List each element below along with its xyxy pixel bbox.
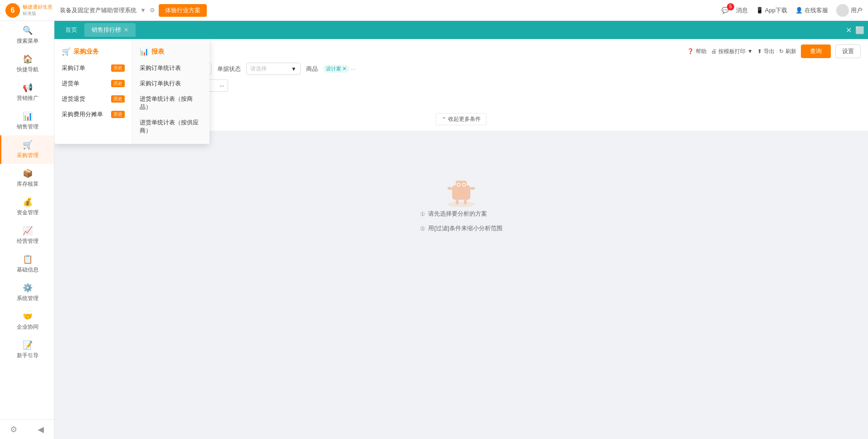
industry-btn[interactable]: 体验行业方案 — [159, 4, 207, 17]
sidebar-item-purchase[interactable]: 🛒 采购管理 — [0, 135, 54, 164]
dropdown-item-purchase-return[interactable]: 进货退货 历史 — [54, 91, 132, 107]
gear-icon[interactable]: ⚙ — [150, 7, 155, 14]
marketing-icon: 📢 — [23, 83, 33, 93]
sales-icon: 📊 — [23, 111, 33, 121]
dropdown-item-purchase-order[interactable]: 采购订单 历史 — [54, 60, 132, 76]
collapse-btn[interactable]: ⌃ 收起更多条件 — [436, 113, 487, 125]
collapse-sidebar-icon[interactable]: ◀ — [38, 424, 44, 434]
tab-home-label: 首页 — [65, 26, 77, 34]
help-btn[interactable]: ❓ 帮助 — [687, 48, 707, 55]
history-badge-2: 历史 — [111, 95, 125, 103]
ellipsis-icon[interactable]: ··· — [351, 65, 356, 72]
empty-num-2: ② — [420, 225, 425, 232]
header-right: 💬 5 消息 📱 App下载 👤 在线客服 用户 — [722, 4, 863, 17]
purchase-expense-label: 采购费用分摊单 — [62, 110, 103, 118]
empty-state: ① 请先选择要分析的方案 ② 用[过滤]条件来缩小分析范围 — [54, 131, 868, 271]
sidebar-item-basic-info[interactable]: 📋 基础信息 — [0, 250, 54, 278]
purchase-dropdown: 🛒 采购业务 采购订单 历史 进货单 历史 进货退货 历史 — [54, 39, 210, 144]
sidebar-item-enterprise[interactable]: 🤝 企业协同 — [0, 307, 54, 335]
window-close-icon[interactable]: ✕ — [846, 26, 852, 35]
purchase-goods-label: 进货单 — [62, 79, 79, 88]
tab-close-icon[interactable]: ✕ — [124, 27, 128, 33]
sidebar-item-label: 企业协同 — [17, 323, 39, 331]
empty-line-2: 用[过滤]条件来缩小分析范围 — [428, 222, 502, 234]
sidebar-item-system[interactable]: ⚙️ 系统管理 — [0, 278, 54, 307]
goods-field: 设计素 ✕ ··· — [323, 65, 356, 73]
purchase-icon: 🛒 — [23, 140, 33, 150]
chevron-down-icon[interactable]: ▼ — [140, 7, 146, 14]
message-badge: 5 — [727, 3, 734, 10]
refresh-label: 刷新 — [785, 48, 796, 55]
message-btn[interactable]: 💬 5 消息 — [722, 6, 748, 15]
template-print-btn[interactable]: 🖨 按模板打印 ▼ — [711, 48, 753, 55]
order-status-select[interactable]: 请选择 ▼ — [246, 63, 301, 75]
export-label: 导出 — [764, 48, 775, 55]
purchase-order-label: 采购订单 — [62, 64, 85, 72]
empty-num-1: ① — [420, 211, 425, 217]
refresh-btn[interactable]: ↻ 刷新 — [779, 48, 796, 55]
operations-icon: 📈 — [23, 226, 33, 236]
history-badge-1: 历史 — [111, 80, 125, 87]
logo-sub: 标准版 — [23, 10, 53, 17]
logo-area: 6 畅捷通好生意 标准版 — [5, 3, 60, 18]
sidebar-item-inventory[interactable]: 📦 库存核算 — [0, 164, 54, 192]
purchase-section-title: 采购业务 — [73, 48, 99, 56]
dropdown-item-purchase-expense[interactable]: 采购费用分摊单 历史 — [54, 107, 132, 122]
header-title: 装备及固定资产辅助管理系统 ▼ ⚙ 体验行业方案 — [60, 4, 722, 17]
home-icon: 🏠 — [23, 54, 33, 64]
tab-sales-rank-label: 销售排行榜 — [92, 26, 121, 34]
online-service-btn[interactable]: 👤 在线客服 — [795, 6, 828, 15]
sidebar-item-label: 搜索菜单 — [17, 37, 39, 45]
top-header: 6 畅捷通好生意 标准版 装备及固定资产辅助管理系统 ▼ ⚙ 体验行业方案 💬 … — [0, 0, 868, 21]
report-header: 📊 报表 — [132, 44, 210, 60]
sidebar-item-label: 系统管理 — [17, 295, 39, 302]
dropdown-item-report-1[interactable]: 采购订单执行表 — [132, 76, 210, 91]
purchase-business-header: 🛒 采购业务 — [54, 44, 132, 60]
help-label: 帮助 — [696, 48, 707, 55]
sidebar-item-marketing[interactable]: 📢 营销推广 — [0, 78, 54, 107]
dropdown-item-report-0[interactable]: 采购订单统计表 — [132, 60, 210, 76]
svg-rect-7 — [448, 187, 452, 190]
enterprise-icon: 🤝 — [23, 311, 33, 321]
export-icon: ⬆ — [757, 48, 762, 54]
sidebar-item-operations[interactable]: 📈 经营管理 — [0, 221, 54, 250]
svg-rect-8 — [470, 187, 475, 190]
ellipsis-icon: ··· — [219, 83, 224, 89]
tab-bar: 首页 销售排行榜 ✕ ✕ ⬜ — [54, 21, 868, 39]
sidebar-item-beginner[interactable]: 📝 新手引导 — [0, 335, 54, 364]
sidebar-item-label: 库存核算 — [17, 180, 39, 188]
logo-text: 畅捷通好生意 — [23, 4, 53, 10]
sidebar-item-sales[interactable]: 📊 销售管理 — [0, 107, 54, 135]
app-download-label: App下载 — [765, 6, 787, 15]
dropdown-item-purchase-goods[interactable]: 进货单 历史 — [54, 76, 132, 91]
collapse-label: 收起更多条件 — [448, 115, 481, 123]
tab-home[interactable]: 首页 — [58, 23, 84, 37]
empty-line-1: 请先选择要分析的方案 — [428, 208, 487, 220]
finance-icon: 💰 — [23, 197, 33, 207]
sidebar-item-label: 资金管理 — [17, 209, 39, 217]
sidebar-item-quick-nav[interactable]: 🏠 快捷导航 — [0, 49, 54, 78]
goods-tag-close-icon[interactable]: ✕ — [342, 66, 346, 72]
chevron-down-icon: ▼ — [291, 66, 297, 72]
logo-icon: 6 — [5, 3, 20, 18]
setting-btn[interactable]: 设置 — [835, 44, 861, 58]
sidebar-item-finance[interactable]: 💰 资金管理 — [0, 192, 54, 221]
user-btn[interactable]: 用户 — [836, 4, 863, 17]
goods-label: 商品 — [306, 65, 318, 73]
purchase-return-label: 进货退货 — [62, 95, 85, 103]
maximize-icon[interactable]: ⬜ — [855, 26, 864, 35]
dropdown-item-report-3[interactable]: 进货单统计表（按供应商） — [132, 115, 210, 138]
sidebar-item-label: 采购管理 — [17, 152, 39, 159]
export-btn[interactable]: ⬆ 导出 — [757, 48, 775, 55]
report-item-2-label: 进货单统计表（按商品） — [140, 95, 203, 111]
app-download-btn[interactable]: 📱 App下载 — [756, 6, 787, 15]
phone-icon: 📱 — [756, 7, 763, 14]
query-btn[interactable]: 查询 — [801, 44, 831, 58]
tab-sales-rank[interactable]: 销售排行榜 ✕ — [84, 23, 136, 37]
dropdown-item-report-2[interactable]: 进货单统计表（按商品） — [132, 91, 210, 115]
svg-point-0 — [448, 202, 475, 207]
sidebar-bottom: ⚙ ◀ — [0, 419, 54, 439]
settings-icon[interactable]: ⚙ — [10, 424, 17, 434]
content-area: 首页 销售排行榜 ✕ ✕ ⬜ ❓ 帮助 — [54, 21, 868, 439]
sidebar-item-search[interactable]: 🔍 搜索菜单 — [0, 21, 54, 49]
